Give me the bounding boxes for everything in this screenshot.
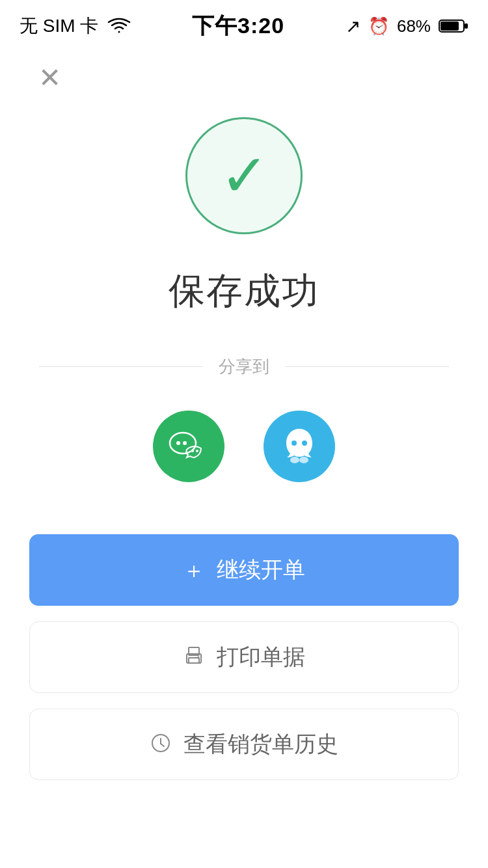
carrier-text: 无 SIM 卡 [20,14,98,38]
print-receipt-button[interactable]: 打印单据 [29,621,459,693]
view-history-button[interactable]: 查看销货单历史 [29,709,459,780]
main-content: ✓ 保存成功 分享到 [0,52,488,780]
svg-point-9 [299,457,308,463]
success-title: 保存成功 [169,267,319,316]
continue-order-label: 继续开单 [217,555,305,585]
status-time: 下午3:20 [192,11,284,41]
svg-line-18 [161,744,164,746]
share-divider: 分享到 [0,355,488,378]
svg-rect-14 [189,658,199,663]
svg-point-4 [176,441,180,445]
action-buttons: ＋ 继续开单 打印单据 查看销货单历史 [29,534,459,780]
status-bar: 无 SIM 卡 下午3:20 ↗ ⏰ 68% [0,0,488,52]
svg-point-8 [290,457,299,463]
view-history-label: 查看销货单历史 [183,729,338,759]
svg-point-5 [183,441,187,445]
divider-line-right [285,366,449,367]
checkmark-icon: ✓ [220,146,269,205]
share-label: 分享到 [203,355,285,378]
status-left: 无 SIM 卡 [20,14,131,38]
svg-rect-1 [465,23,468,29]
qq-icon [280,424,319,469]
svg-point-10 [291,441,297,446]
location-icon: ↗ [346,16,360,37]
wechat-share-button[interactable] [153,411,224,482]
close-icon: ✕ [38,64,61,92]
battery-icon [439,18,468,34]
clock-icon [150,732,172,757]
wechat-icon [169,429,209,464]
print-receipt-label: 打印单据 [217,642,305,672]
alarm-icon: ⏰ [368,16,389,36]
close-button[interactable]: ✕ [30,59,69,98]
wifi-icon [107,18,131,34]
svg-point-6 [191,450,194,452]
svg-point-11 [302,441,307,446]
battery-text: 68% [397,16,431,36]
svg-point-7 [196,450,198,452]
plus-icon: ＋ [183,559,205,581]
share-icons [153,411,335,482]
divider-line-left [39,366,203,367]
success-circle: ✓ [185,117,303,234]
svg-rect-2 [441,21,459,31]
svg-point-15 [198,656,200,658]
printer-icon [183,645,205,670]
continue-order-button[interactable]: ＋ 继续开单 [29,534,459,606]
qq-share-button[interactable] [264,411,335,482]
status-right: ↗ ⏰ 68% [346,16,468,37]
